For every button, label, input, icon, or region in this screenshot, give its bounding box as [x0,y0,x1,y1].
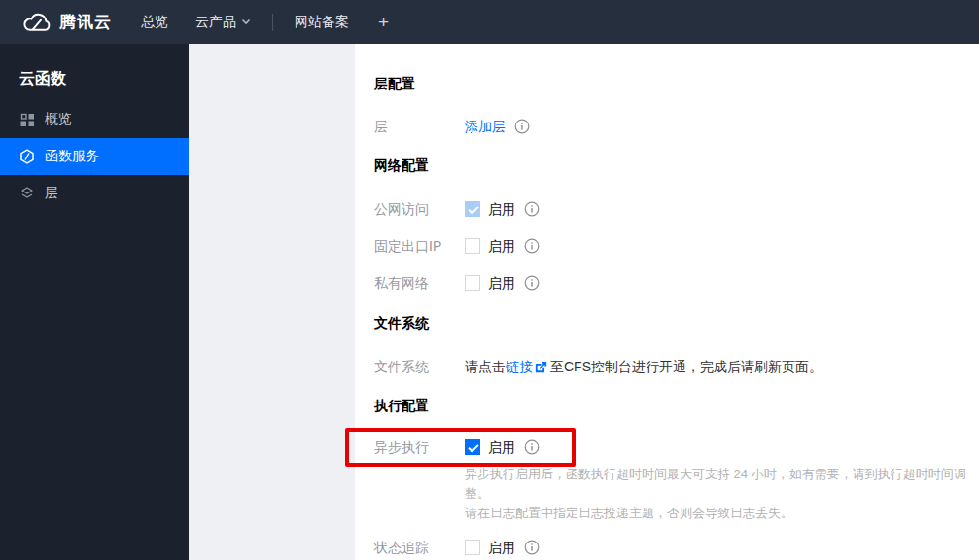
enable-label: 启用 [488,199,515,219]
external-link-icon[interactable] [534,360,548,374]
sidebar-item-label: 概览 [45,111,72,128]
info-icon[interactable] [524,439,540,455]
cfs-console-link[interactable]: 链接 [506,357,533,376]
nav-products-label: 云产品 [195,14,236,31]
sidebar-item-layers[interactable]: 层 [0,175,189,212]
section-title-layer-config: 层配置 [374,76,979,91]
sidebar-item-function-service[interactable]: 函数服务 [0,138,189,175]
cloud-icon [21,12,51,33]
sidebar-item-overview[interactable]: 概览 [0,101,189,138]
async-execution-row: 异步执行 启用 [374,438,979,457]
async-execution-label: 异步执行 [374,438,465,457]
info-icon[interactable] [524,540,540,555]
public-access-label: 公网访问 [374,199,465,219]
cfs-hint-prefix: 请点击 [465,357,506,376]
info-icon[interactable] [524,201,540,217]
tencent-cloud-logo[interactable]: 腾讯云 [21,11,112,33]
info-icon[interactable] [514,119,530,134]
async-desc-line1: 异步执行启用后，函数执行超时时间最大可支持 24 小时，如有需要，请到执行超时时… [465,465,979,504]
public-access-row: 公网访问 启用 [374,199,979,219]
nav-divider [272,14,273,31]
info-icon[interactable] [524,275,540,291]
nav-icp-label: 网站备案 [295,14,349,31]
chevron-down-icon [241,18,251,25]
secondary-panel [189,44,355,560]
sidebar-item-label: 函数服务 [45,148,99,165]
sidebar-item-label: 层 [45,185,58,202]
topbar: 腾讯云 总览 云产品 网站备案 + [0,0,979,44]
status-tracking-checkbox[interactable] [465,540,480,555]
sidebar-title: 云函数 [0,44,189,89]
add-nav-tab-button[interactable]: + [363,12,404,33]
async-execution-description: 异步执行启用后，函数执行超时时间最大可支持 24 小时，如有需要，请到执行超时时… [374,465,979,523]
layer-row: 层 添加层 [374,117,979,136]
nav-overview[interactable]: 总览 [127,0,182,44]
add-layer-link[interactable]: 添加层 [465,117,506,136]
private-network-row: 私有网络 启用 [374,273,979,293]
enable-label: 启用 [488,438,515,457]
enable-label: 启用 [488,236,515,256]
status-tracking-label: 状态追踪 [374,538,465,557]
function-icon [19,149,35,164]
section-title-network-config: 网络配置 [374,158,979,173]
layer-label: 层 [374,117,465,136]
section-title-file-system: 文件系统 [374,315,979,331]
public-access-checkbox [465,201,480,217]
file-system-label: 文件系统 [374,357,465,376]
async-execution-row-wrapper: 异步执行 启用 [374,438,979,457]
nav-cloud-products[interactable]: 云产品 [182,0,264,44]
status-tracking-row: 状态追踪 启用 [374,538,979,557]
private-network-label: 私有网络 [374,273,465,293]
section-title-execution-config: 执行配置 [374,398,979,413]
grid-icon [19,112,35,127]
nav-icp-filing[interactable]: 网站备案 [281,0,363,44]
top-navigation: 总览 云产品 网站备案 + [127,0,404,44]
file-system-row: 文件系统 请点击 链接 至CFS控制台进行开通，完成后请刷新页面。 [374,357,979,376]
brand-name: 腾讯云 [59,11,112,33]
fixed-outbound-ip-label: 固定出口IP [374,236,465,256]
sidebar: 云函数 概览 函数服务 [0,44,189,560]
sidebar-menu: 概览 函数服务 层 [0,101,189,212]
enable-label: 启用 [488,538,515,557]
info-icon[interactable] [524,238,540,254]
cfs-hint-suffix: 至CFS控制台进行开通，完成后请刷新页面。 [550,357,822,376]
enable-label: 启用 [488,273,515,293]
private-network-checkbox[interactable] [465,275,480,291]
async-desc-line2: 请在日志配置中指定日志投递主题，否则会导致日志丢失。 [465,504,979,523]
function-config-panel: 层配置 层 添加层 网络配置 公网访问 启用 固定出口IP [355,44,979,560]
nav-overview-label: 总览 [141,14,168,31]
async-execution-checkbox[interactable] [465,439,480,455]
layers-icon [19,186,35,201]
fixed-outbound-ip-checkbox[interactable] [465,238,480,254]
fixed-outbound-ip-row: 固定出口IP 启用 [374,236,979,256]
